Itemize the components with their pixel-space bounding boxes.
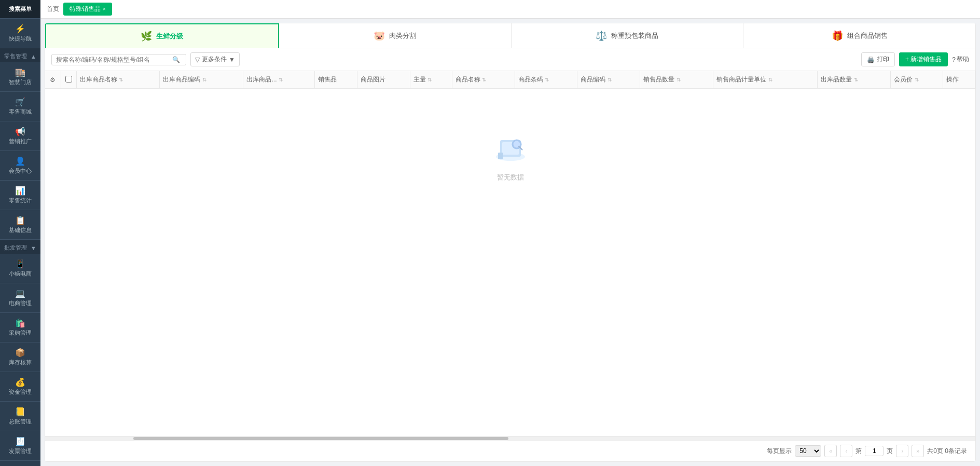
col-goods-image[interactable]: 商品图片 [357,71,410,89]
sidebar-item-label: 库存核算 [9,359,32,366]
col-checkbox[interactable] [61,71,76,89]
finance-icon: 💰 [15,377,25,387]
sort-icon: ⇅ [768,77,772,83]
help-icon: ? [952,56,956,63]
select-all-checkbox[interactable] [65,76,72,83]
page-input[interactable] [865,446,884,456]
sidebar-logo[interactable]: 搜索菜单 [0,0,40,19]
col-goods-barcode[interactable]: 商品条码 ⇅ [515,71,577,89]
content-area: 🌿 生鲜分级 🐷 肉类分割 ⚖️ 称重预包装商品 🎁 组合商品销售 🔍 [45,23,976,462]
marketing-icon: 📢 [15,127,25,136]
active-tab-label: 特殊销售品 [70,5,101,13]
sort-icon: ⇅ [482,77,486,83]
last-page-icon: » [916,448,919,454]
tab-meat-cutting-label: 肉类分割 [389,31,416,40]
sidebar-item-inventory[interactable]: 📦 库存核算 [0,342,40,372]
horizontal-scrollbar[interactable] [45,436,975,440]
topbar-active-tab[interactable]: 特殊销售品 × [63,3,112,16]
fresh-grading-icon: 🌿 [141,31,152,42]
col-out-goods-code[interactable]: 出库商品编码 ⇅ [160,71,243,89]
help-button[interactable]: ? 帮助 [952,55,969,64]
sort-icon: ⇅ [119,77,123,83]
last-page-button[interactable]: » [912,445,924,457]
table-container: ⚙ 出库商品名称 ⇅ 出库商品编码 ⇅ [45,71,975,436]
retail-stats-icon: 📊 [15,186,25,196]
sidebar-item-mini-store[interactable]: 📱 小畅电商 [0,254,40,283]
sidebar-item-retail-stats[interactable]: 📊 零售统计 [0,181,40,210]
sidebar-item-label: 采购管理 [9,329,32,337]
col-selling-qty[interactable]: 销售品数量 ⇅ [640,71,713,89]
print-button[interactable]: 🖨️ 打印 [861,52,895,66]
sidebar-item-ecommerce[interactable]: 💻 电商管理 [0,283,40,313]
tab-close-icon[interactable]: × [103,6,106,12]
type-tabs: 🌿 生鲜分级 🐷 肉类分割 ⚖️ 称重预包装商品 🎁 组合商品销售 [45,23,975,48]
basic-info-icon: 📋 [15,215,25,225]
retail-mall-icon: 🛒 [15,97,25,107]
sidebar-item-tax[interactable]: 🏛️ 税务管理 [0,461,40,466]
col-member-price[interactable]: 会员价 ⇅ [891,71,943,89]
inventory-icon: 📦 [15,348,25,358]
filter-arrow-icon: ▼ [229,56,235,63]
weight-prepack-icon: ⚖️ [596,30,607,42]
mini-store-icon: 📱 [15,259,25,269]
sort-icon: ⇅ [854,77,858,83]
sidebar-item-label: 智慧门店 [9,78,32,86]
empty-state: 暂无数据 [45,89,975,224]
sidebar-item-purchase[interactable]: 🛍️ 采购管理 [0,313,40,342]
filter-button[interactable]: ▽ 更多条件 ▼ [190,52,240,66]
col-goods-code[interactable]: 商品编码 ⇅ [577,71,640,89]
col-selling-goods[interactable]: 销售品 [315,71,357,89]
sidebar-item-general-ledger[interactable]: 📒 总账管理 [0,402,40,431]
sidebar-item-label: 总账管理 [9,418,32,426]
tab-weight-prepack-label: 称重预包装商品 [611,31,658,40]
add-button[interactable]: + 新增销售品 [899,52,948,66]
prev-page-button[interactable]: ‹ [840,445,852,457]
col-settings[interactable]: ⚙ [45,71,61,89]
sidebar-item-quick-nav[interactable]: ⚡ 快捷导航 [0,19,40,48]
sidebar-item-finance[interactable]: 💰 资金管理 [0,372,40,402]
next-page-button[interactable]: › [896,445,908,457]
tab-combo-sales[interactable]: 🎁 组合商品销售 [743,23,975,48]
search-icon: 🔍 [172,56,180,63]
sidebar-item-retail-mall[interactable]: 🛒 零售商城 [0,92,40,121]
col-out-goods-spec[interactable]: 出库商品... ⇅ [243,71,315,89]
scroll-thumb[interactable] [133,437,508,440]
topbar-home[interactable]: 首页 [47,5,59,13]
prev-page-icon: ‹ [845,448,847,454]
sidebar-item-member[interactable]: 👤 会员中心 [0,151,40,181]
sidebar-item-label: 发票管理 [9,447,32,455]
toolbar-right: 🖨️ 打印 + 新增销售品 ? 帮助 [861,52,969,66]
sidebar-item-basic-info[interactable]: 📋 基础信息 [0,210,40,240]
meat-cutting-icon: 🐷 [374,30,385,42]
search-input[interactable] [56,56,170,63]
search-box[interactable]: 🔍 [51,54,186,65]
col-goods-name[interactable]: 商品名称 ⇅ [452,71,515,89]
tab-meat-cutting[interactable]: 🐷 肉类分割 [279,23,512,48]
sidebar-item-smart-store[interactable]: 🏬 智慧门店 [0,62,40,92]
sidebar-item-label: 零售商城 [9,108,32,116]
sidebar-section-retail[interactable]: 零售管理 ▲ [0,48,40,62]
member-icon: 👤 [15,156,25,166]
sidebar-item-invoice[interactable]: 🧾 发票管理 [0,431,40,461]
sidebar-item-marketing[interactable]: 📢 营销推广 [0,121,40,151]
sidebar-item-label: 快捷导航 [9,35,32,43]
tab-fresh-grading[interactable]: 🌿 生鲜分级 [45,23,279,48]
page-unit: 页 [887,447,893,456]
sidebar-section-wholesale[interactable]: 批发管理 ▼ [0,240,40,254]
col-out-goods-name[interactable]: 出库商品名称 ⇅ [76,71,160,89]
first-page-button[interactable]: « [824,445,837,457]
sort-icon: ⇅ [427,77,432,83]
invoice-icon: 🧾 [15,436,25,446]
page-size-select[interactable]: 50 10 20 100 [795,445,821,457]
toolbar: 🔍 ▽ 更多条件 ▼ 🖨️ 打印 + 新增销售品 ? 帮助 [45,48,975,71]
purchase-icon: 🛍️ [15,318,25,328]
first-page-icon: « [829,448,832,454]
col-out-qty[interactable]: 出库品数量 ⇅ [818,71,891,89]
sidebar-item-label: 营销推广 [9,138,32,145]
tab-weight-prepack[interactable]: ⚖️ 称重预包装商品 [512,23,744,48]
col-selling-unit[interactable]: 销售商品计量单位 ⇅ [713,71,818,89]
col-weight[interactable]: 主量 ⇅ [410,71,452,89]
combo-sales-icon: 🎁 [832,30,843,42]
print-label: 打印 [877,55,889,64]
page-size-label: 每页显示 [767,447,792,456]
